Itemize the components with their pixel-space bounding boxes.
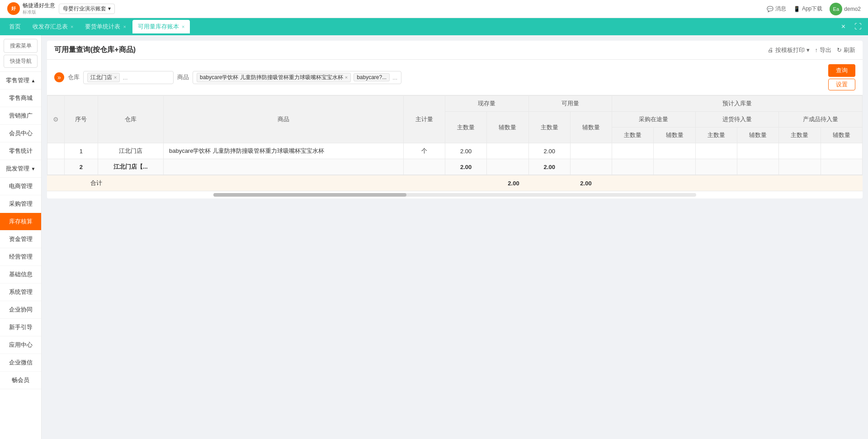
- sidebar-item-app-center-label: 应用中心: [9, 341, 33, 349]
- tab-window-close-btn[interactable]: ×: [839, 22, 848, 32]
- cell-avail-main: 2.00: [528, 143, 570, 159]
- cell-product: babycare学饮杯 儿童防摔防撞吸管杯重力球吸嘴杯宝宝水杯: [163, 143, 403, 159]
- warehouse-tag-1-close[interactable]: ×: [114, 75, 117, 80]
- cell-warehouse: 江北门店: [98, 143, 163, 159]
- sidebar-search-btn[interactable]: 搜索菜单: [4, 39, 38, 53]
- sidebar-item-new-guide[interactable]: 新手引导: [0, 319, 41, 336]
- product-filter-tags[interactable]: babycare学饮杯 儿童防摔防撞吸管杯重力球吸嘴杯宝宝水杯 × babyca…: [193, 71, 401, 84]
- th-product-incoming: 产成品待入量: [779, 112, 863, 127]
- chevron-down-icon: ▾: [807, 47, 810, 53]
- tab-available[interactable]: 可用量库存账本 ×: [132, 20, 190, 33]
- th-purchase-transit-aux: 辅数量: [654, 127, 695, 143]
- sidebar-item-retail-mgmt[interactable]: 零售管理 ▲: [0, 72, 41, 90]
- tab-receivepay[interactable]: 收发存汇总表 ×: [27, 20, 79, 33]
- tab-bar: 首页 收发存汇总表 × 要货单统计表 × 可用量库存账本 × × ⛶: [0, 18, 868, 35]
- th-incoming-main: 主数量: [695, 127, 737, 143]
- sidebar-item-retail-mgmt-label: 零售管理: [6, 76, 29, 85]
- cell-no: 1: [65, 143, 98, 159]
- print-icon: 🖨: [768, 47, 774, 53]
- tab-order-close[interactable]: ×: [123, 24, 126, 29]
- th-product-incoming-main: 主数量: [779, 127, 821, 143]
- template-print-button[interactable]: 🖨 按模板打印 ▾: [768, 46, 810, 54]
- product-tag-1-close[interactable]: ×: [345, 75, 348, 80]
- sidebar-item-members2[interactable]: 畅会员: [0, 372, 41, 389]
- sidebar-item-purchase-mgmt-label: 采购管理: [9, 200, 33, 208]
- group-cell-settings: [47, 159, 65, 175]
- query-button[interactable]: 查询: [828, 64, 855, 77]
- warehouse-tag-1[interactable]: 江北门店 ×: [87, 73, 120, 82]
- user-menu[interactable]: Ea demo2: [830, 3, 861, 15]
- product-tag-2-text: babycare?...: [357, 74, 387, 80]
- product-tag-1-text: babycare学饮杯 儿童防摔防撞吸管杯重力球吸嘴杯宝宝水杯: [200, 74, 343, 81]
- tab-receivepay-close[interactable]: ×: [71, 24, 73, 29]
- sidebar-item-inventory-label: 库存核算: [9, 217, 33, 226]
- sidebar-item-enterprise-wechat[interactable]: 企业微信: [0, 354, 41, 372]
- product-filter-more-dots[interactable]: ...: [392, 74, 397, 81]
- sidebar-item-purchase-mgmt[interactable]: 采购管理: [0, 195, 41, 213]
- th-no: 序号: [65, 96, 98, 143]
- content-area: 可用量查询(按仓库+商品) 🖨 按模板打印 ▾ ↑ 导出 ↻ 刷新 »: [42, 35, 868, 439]
- tab-home[interactable]: 首页: [4, 20, 26, 33]
- refresh-button[interactable]: ↻ 刷新: [837, 46, 855, 54]
- group-cell-incoming-aux: [737, 159, 779, 175]
- sidebar-item-wholesale-mgmt[interactable]: 批发管理 ▼: [0, 160, 41, 178]
- group-cell-purchase-transit-main: [612, 159, 654, 175]
- cell-current-main: 2.00: [445, 143, 487, 159]
- sidebar-item-finance-mgmt[interactable]: 资金管理: [0, 231, 41, 248]
- sidebar-item-inventory[interactable]: 库存核算: [0, 213, 41, 231]
- page-header-actions: 🖨 按模板打印 ▾ ↑ 导出 ↻ 刷新: [768, 46, 856, 54]
- sidebar-item-ops-mgmt-label: 经营管理: [9, 253, 33, 261]
- table-wrapper: ⚙ 序号 仓库 商品 主计量 现存量 可用量 预计入库量 主数量 辅数量 主数量: [47, 95, 863, 198]
- sidebar-item-sys-mgmt[interactable]: 系统管理: [0, 283, 41, 301]
- avatar: Ea: [830, 3, 842, 15]
- settings-button[interactable]: 设置: [828, 79, 855, 90]
- th-product-incoming-aux: 辅数量: [821, 127, 862, 143]
- logo-area: 好 畅捷通好生意 标准版: [7, 2, 55, 15]
- sidebar-item-members-label: 会员中心: [9, 129, 33, 137]
- group-cell-purchase-transit-aux: [654, 159, 695, 175]
- sidebar-item-retail-stats-label: 零售统计: [9, 147, 33, 155]
- sidebar-nav-btn[interactable]: 快捷导航: [4, 55, 38, 68]
- industry-label: 母婴行业演示账套: [63, 5, 106, 13]
- sidebar-item-members[interactable]: 会员中心: [0, 125, 41, 142]
- app-download-button[interactable]: 📱 App下载: [793, 5, 822, 13]
- message-button[interactable]: 💬 消息: [767, 5, 786, 13]
- sidebar-item-base-info[interactable]: 基础信息: [0, 266, 41, 283]
- chevron-down-icon: ▼: [31, 166, 36, 171]
- cell-avail-aux: [570, 143, 612, 159]
- th-warehouse: 仓库: [98, 96, 163, 143]
- gear-icon[interactable]: ⚙: [53, 116, 59, 123]
- top-bar-left: 好 畅捷通好生意 标准版 母婴行业演示账套 ▾: [7, 2, 115, 15]
- warehouse-filter-tags[interactable]: 江北门店 × ...: [83, 71, 174, 84]
- logo-text-block: 畅捷通好生意 标准版: [23, 2, 55, 15]
- product-tag-1[interactable]: babycare学饮杯 儿童防摔防撞吸管杯重力球吸嘴杯宝宝水杯 ×: [197, 73, 351, 82]
- export-label: 导出: [820, 46, 831, 54]
- tab-order[interactable]: 要货单统计表 ×: [80, 20, 131, 33]
- sidebar-item-app-center[interactable]: 应用中心: [0, 336, 41, 354]
- sidebar-item-ops-mgmt[interactable]: 经营管理: [0, 248, 41, 266]
- sidebar-item-marketing[interactable]: 营销推广: [0, 107, 41, 125]
- footer-label: 合计: [90, 179, 127, 187]
- th-avail-main: 主数量: [528, 112, 570, 143]
- page-title: 可用量查询(按仓库+商品): [54, 45, 136, 55]
- tab-order-label: 要货单统计表: [85, 23, 120, 31]
- cell-product-incoming-aux: [821, 143, 862, 159]
- sidebar-item-new-guide-label: 新手引导: [9, 323, 33, 331]
- sidebar-item-retail-stats[interactable]: 零售统计: [0, 142, 41, 160]
- sidebar-item-ecom-mgmt[interactable]: 电商管理: [0, 178, 41, 195]
- tab-available-close[interactable]: ×: [182, 24, 184, 29]
- sidebar-item-retail-mall[interactable]: 零售商城: [0, 90, 41, 107]
- filter-more-dots[interactable]: ...: [123, 74, 127, 81]
- tab-fullscreen-btn[interactable]: ⛶: [852, 22, 864, 32]
- group-cell-warehouse: 江北门店【...: [98, 159, 163, 175]
- export-button[interactable]: ↑ 导出: [815, 46, 832, 54]
- product-tag-2[interactable]: babycare?...: [354, 73, 390, 81]
- industry-selector[interactable]: 母婴行业演示账套 ▾: [59, 4, 115, 14]
- filter-expand-button[interactable]: »: [54, 72, 64, 82]
- warehouse-filter-label: 仓库: [68, 73, 80, 81]
- chevron-down-icon: ▾: [108, 5, 111, 12]
- sidebar-item-enterprise[interactable]: 企业协同: [0, 301, 41, 319]
- th-product: 商品: [163, 96, 403, 143]
- th-current-stock: 现存量: [445, 96, 529, 112]
- message-icon: 💬: [767, 6, 774, 12]
